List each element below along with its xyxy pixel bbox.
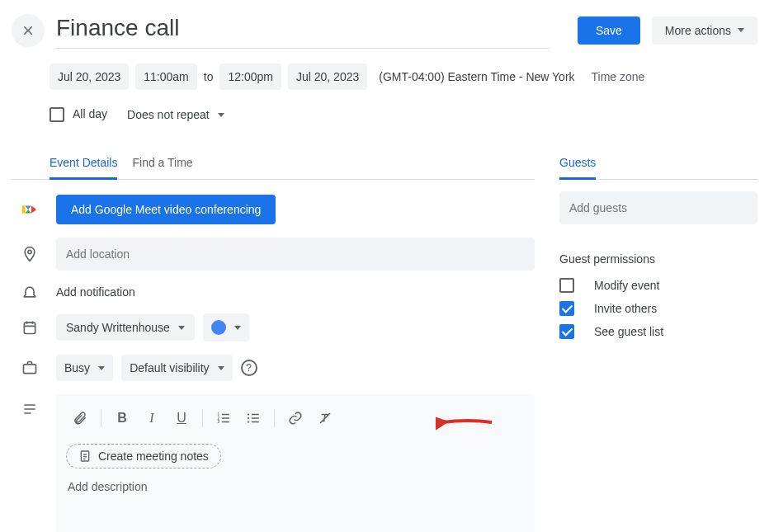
chevron-down-icon xyxy=(218,366,224,370)
google-meet-icon xyxy=(21,200,39,219)
italic-button[interactable]: I xyxy=(139,406,164,431)
calendar-owner-dropdown[interactable]: Sandy Writtenhouse xyxy=(56,314,195,341)
chevron-down-icon xyxy=(178,326,185,330)
add-notification-link[interactable]: Add notification xyxy=(56,285,135,299)
all-day-checkbox[interactable] xyxy=(50,107,64,122)
chevron-down-icon xyxy=(98,366,105,370)
guest-permissions-title: Guest permissions xyxy=(559,252,757,266)
svg-point-0 xyxy=(28,250,31,253)
see-guest-list-label: See guest list xyxy=(594,325,663,338)
meeting-notes-label: Create meeting notes xyxy=(98,450,209,463)
save-button[interactable]: Save xyxy=(578,16,640,45)
start-time-picker[interactable]: 11:00am xyxy=(135,64,196,90)
format-toolbar: B I U 123 xyxy=(56,403,535,434)
add-google-meet-button[interactable]: Add Google Meet video conferencing xyxy=(56,195,276,224)
chevron-down-icon xyxy=(218,113,224,117)
to-label: to xyxy=(204,70,214,83)
chevron-down-icon xyxy=(738,28,744,32)
description-box: B I U 123 Create meeting notes xyxy=(56,394,535,532)
insert-link-button[interactable] xyxy=(283,406,308,431)
link-icon xyxy=(288,411,303,426)
chevron-down-icon xyxy=(234,326,241,330)
start-date-picker[interactable]: Jul 20, 2023 xyxy=(50,64,129,90)
event-title-input[interactable] xyxy=(56,12,550,49)
paperclip-icon xyxy=(73,411,87,426)
tab-event-details[interactable]: Event Details xyxy=(50,149,117,180)
location-icon xyxy=(21,246,38,262)
list-bulleted-icon xyxy=(246,411,261,426)
document-icon xyxy=(78,450,92,463)
create-meeting-notes-button[interactable]: Create meeting notes xyxy=(66,444,221,468)
close-icon xyxy=(21,23,35,38)
attach-button[interactable] xyxy=(68,406,92,431)
location-input[interactable] xyxy=(56,238,535,271)
bold-button[interactable]: B xyxy=(110,406,134,431)
repeat-label: Does not repeat xyxy=(127,108,210,121)
text-icon xyxy=(21,401,38,417)
tab-guests[interactable]: Guests xyxy=(559,149,596,180)
calendar-icon xyxy=(21,319,38,336)
bulleted-list-button[interactable] xyxy=(241,406,266,431)
availability-label: Busy xyxy=(64,361,90,374)
see-guest-list-checkbox[interactable] xyxy=(559,324,574,339)
add-guests-input[interactable] xyxy=(559,191,757,224)
svg-rect-1 xyxy=(24,322,35,333)
divider xyxy=(202,409,203,427)
event-color-dropdown[interactable] xyxy=(203,313,249,341)
end-date-picker[interactable]: Jul 20, 2023 xyxy=(288,64,367,90)
description-placeholder[interactable]: Add description xyxy=(56,468,535,493)
modify-event-label: Modify event xyxy=(594,279,659,292)
more-actions-button[interactable]: More actions xyxy=(652,16,757,45)
divider xyxy=(101,409,101,427)
visibility-dropdown[interactable]: Default visibility xyxy=(121,355,232,381)
all-day-label: All day xyxy=(73,107,107,120)
color-dot xyxy=(211,320,226,335)
invite-others-checkbox[interactable] xyxy=(559,301,574,316)
modify-event-checkbox[interactable] xyxy=(559,278,574,293)
svg-point-7 xyxy=(248,417,249,419)
svg-point-6 xyxy=(248,413,249,415)
tab-find-a-time[interactable]: Find a Time xyxy=(132,149,192,179)
numbered-list-button[interactable]: 123 xyxy=(211,406,236,431)
list-ordered-icon: 123 xyxy=(216,411,231,426)
svg-text:3: 3 xyxy=(218,420,220,424)
visibility-help-button[interactable]: ? xyxy=(241,360,257,376)
timezone-link[interactable]: Time zone xyxy=(592,70,645,83)
close-button[interactable] xyxy=(12,14,45,47)
clear-format-icon xyxy=(318,411,333,426)
briefcase-icon xyxy=(21,360,38,376)
invite-others-label: Invite others xyxy=(594,302,657,315)
visibility-label: Default visibility xyxy=(130,361,209,374)
svg-rect-2 xyxy=(24,365,36,374)
timezone-label: (GMT-04:00) Eastern Time - New York xyxy=(379,70,574,83)
underline-button[interactable]: U xyxy=(169,406,194,431)
availability-dropdown[interactable]: Busy xyxy=(56,355,113,381)
end-time-picker[interactable]: 12:00pm xyxy=(219,64,281,90)
divider xyxy=(274,409,275,427)
all-day-checkbox-wrap[interactable]: All day xyxy=(50,107,107,122)
owner-name: Sandy Writtenhouse xyxy=(66,321,170,334)
repeat-dropdown[interactable]: Does not repeat xyxy=(119,101,233,128)
clear-format-button[interactable] xyxy=(313,406,337,431)
bell-icon xyxy=(21,284,38,300)
svg-point-8 xyxy=(248,421,249,422)
more-actions-label: More actions xyxy=(665,24,731,37)
